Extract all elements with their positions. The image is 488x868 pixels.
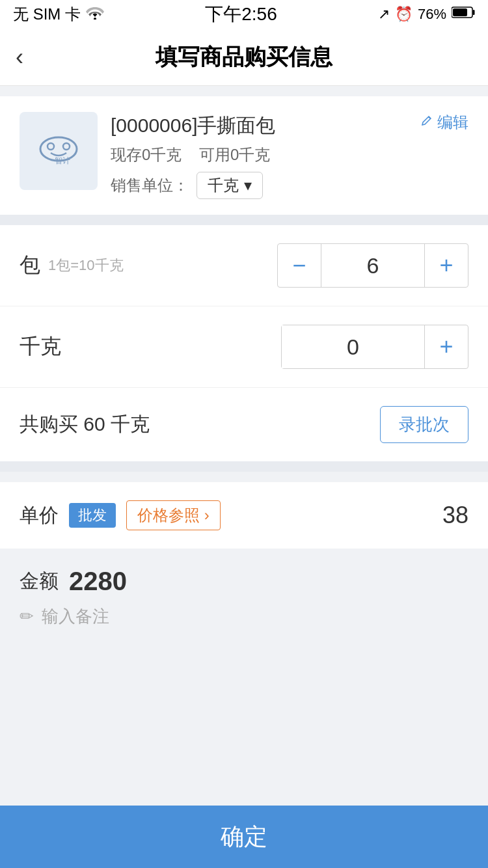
price-badge: 批发 — [69, 503, 116, 528]
battery-text: 76% — [418, 6, 446, 23]
product-logo: 智计 — [38, 133, 79, 169]
page-title: 填写商品购买信息 — [156, 42, 332, 72]
bao-label: 包 — [20, 251, 40, 280]
product-info: [0000006]手撕面包 编辑 现存0千克 可用0千克 销售单位： 千克 ▾ — [111, 112, 468, 199]
unit-select[interactable]: 千克 ▾ — [197, 172, 263, 199]
price-label: 单价 — [20, 502, 59, 529]
price-section: 单价 批发 价格参照 › 38 — [0, 482, 488, 549]
note-placeholder: 输入备注 — [42, 605, 109, 628]
bao-minus-button[interactable]: − — [278, 244, 321, 287]
chevron-down-icon: ▾ — [244, 176, 252, 195]
amount-label: 金额 — [20, 568, 59, 595]
pencil-icon: ✏ — [20, 606, 34, 627]
location-icon: ↗ — [378, 6, 390, 23]
bao-plus-button[interactable]: + — [425, 244, 468, 287]
edit-button[interactable]: 编辑 — [420, 112, 468, 133]
amount-section: 金额 2280 ✏ 输入备注 — [0, 549, 488, 637]
note-row[interactable]: ✏ 输入备注 — [20, 605, 468, 628]
section-divider-2 — [0, 461, 488, 472]
battery-icon — [452, 6, 475, 23]
product-card: 智计 [0000006]手撕面包 编辑 现存0千克 可用0千克 销售单位： — [0, 96, 488, 215]
batch-button[interactable]: 录批次 — [380, 406, 468, 443]
amount-row: 金额 2280 — [20, 567, 468, 596]
status-time: 下午2:56 — [205, 2, 277, 27]
confirm-button[interactable]: 确定 — [0, 806, 488, 868]
svg-text:智计: 智计 — [55, 156, 70, 165]
product-unit-row: 销售单位： 千克 ▾ — [111, 172, 468, 199]
section-divider-1 — [0, 215, 488, 225]
svg-rect-3 — [453, 8, 467, 16]
product-stock: 现存0千克 可用0千克 — [111, 144, 468, 165]
kg-plus-button[interactable]: + — [425, 325, 468, 368]
status-left: 无 SIM 卡 — [13, 4, 104, 25]
price-value: 38 — [442, 502, 468, 529]
bao-input-row: 包 1包=10千克 − + — [0, 225, 488, 306]
bao-input[interactable] — [321, 244, 425, 287]
total-row: 共购买 60 千克 录批次 — [0, 388, 488, 461]
input-section: 包 1包=10千克 − + 千克 + — [0, 225, 488, 388]
status-bar: 无 SIM 卡 下午2:56 ↗ ⏰ 76% — [0, 0, 488, 29]
product-name: [0000006]手撕面包 — [111, 112, 275, 139]
confirm-label: 确定 — [221, 821, 267, 853]
carrier-text: 无 SIM 卡 — [13, 4, 81, 25]
nav-bar: ‹ 填写商品购买信息 — [0, 29, 488, 86]
svg-point-5 — [47, 143, 54, 150]
kg-controls: + — [281, 325, 468, 369]
bao-hint: 1包=10千克 — [48, 256, 277, 275]
total-text: 共购买 60 千克 — [20, 411, 150, 438]
alarm-icon: ⏰ — [395, 6, 413, 23]
bao-controls: − + — [277, 243, 468, 288]
kg-input[interactable] — [282, 325, 425, 368]
product-header: [0000006]手撕面包 编辑 — [111, 112, 468, 139]
kg-input-row: 千克 + — [0, 306, 488, 388]
svg-rect-2 — [473, 10, 475, 15]
amount-value: 2280 — [69, 567, 127, 596]
wifi-icon — [86, 5, 104, 23]
status-right: ↗ ⏰ 76% — [378, 6, 475, 23]
product-image: 智计 — [20, 112, 98, 190]
svg-point-6 — [63, 143, 70, 150]
kg-label: 千克 — [20, 332, 61, 361]
svg-point-0 — [94, 18, 96, 20]
price-ref-button[interactable]: 价格参照 › — [126, 500, 221, 530]
back-button[interactable]: ‹ — [16, 44, 23, 71]
